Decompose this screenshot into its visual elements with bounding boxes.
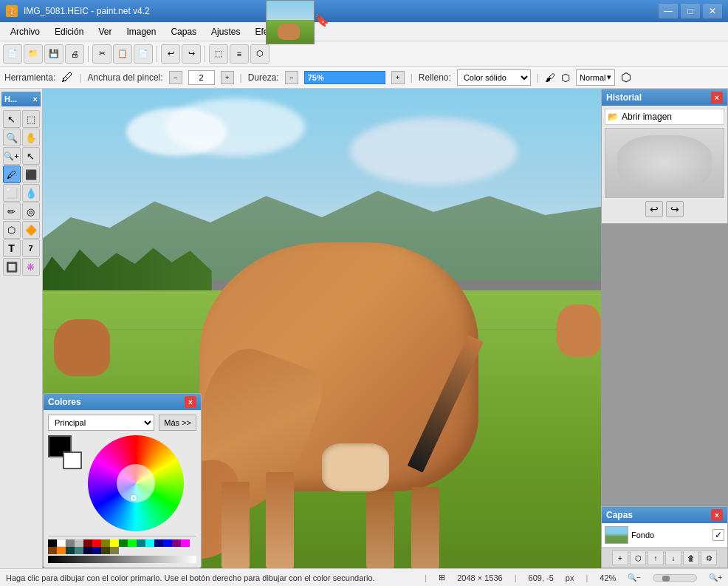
- rect-select-btn[interactable]: ⬚: [22, 110, 40, 128]
- swatch-yellow[interactable]: [110, 539, 119, 547]
- pencil-btn[interactable]: ✏: [3, 202, 21, 220]
- hardness-bar[interactable]: 75%: [304, 71, 385, 84]
- swatch-dark-teal[interactable]: [66, 547, 75, 554]
- layer-down-btn[interactable]: ↓: [665, 551, 681, 565]
- history-undo-btn[interactable]: ↩: [645, 201, 663, 217]
- gradient-swatch-row[interactable]: [48, 556, 196, 563]
- history-close-button[interactable]: ×: [711, 92, 723, 103]
- swatch-silver[interactable]: [75, 539, 83, 547]
- close-button[interactable]: ✕: [703, 4, 722, 18]
- move-btn[interactable]: ↖: [22, 147, 40, 165]
- swatch-purple[interactable]: [172, 539, 181, 547]
- brush-width-minus[interactable]: −: [169, 71, 182, 84]
- zoom-slider[interactable]: [653, 574, 697, 582]
- add-layer-btn[interactable]: +: [612, 551, 628, 565]
- menu-capas[interactable]: Capas: [163, 24, 204, 39]
- swatch-lime[interactable]: [128, 539, 137, 547]
- colors-close-button[interactable]: ×: [185, 396, 196, 408]
- redo-button[interactable]: ↪: [182, 44, 201, 64]
- menu-ver[interactable]: Ver: [91, 24, 119, 39]
- toolbox-close[interactable]: ×: [33, 95, 38, 103]
- picker-btn[interactable]: 💧: [22, 184, 40, 202]
- layer-item-fondo[interactable]: Fondo ✓: [602, 523, 727, 548]
- swatch-cyan[interactable]: [145, 539, 154, 547]
- swatch-medium-teal[interactable]: [75, 547, 83, 554]
- colors-title: Colores: [48, 397, 81, 407]
- swatch-navy2[interactable]: [92, 547, 101, 554]
- colors-panel: Colores × Principal Más >>: [43, 393, 202, 568]
- crop-button[interactable]: ⬚: [209, 44, 228, 64]
- swatch-olive[interactable]: [101, 539, 110, 547]
- layer-props-btn[interactable]: ⚙: [701, 551, 717, 565]
- swatch-green[interactable]: [119, 539, 128, 547]
- blend-mode-button[interactable]: Normal ▾: [576, 69, 615, 86]
- hardness-minus[interactable]: −: [285, 71, 298, 84]
- clone-btn[interactable]: ◎: [22, 202, 40, 220]
- hardness-plus[interactable]: +: [391, 71, 405, 84]
- swatch-orange[interactable]: [57, 547, 66, 554]
- shape2-btn[interactable]: 🔲: [3, 258, 21, 276]
- brush-width-plus[interactable]: +: [221, 71, 234, 84]
- cow-leg-fr: [266, 472, 294, 568]
- undo-button[interactable]: ↩: [161, 44, 180, 64]
- swatch-dark-olive[interactable]: [101, 547, 110, 554]
- menu-imagen[interactable]: Imagen: [119, 24, 163, 39]
- eraser-btn[interactable]: ⬜: [3, 184, 21, 202]
- swatch-maroon[interactable]: [83, 539, 92, 547]
- deform-button[interactable]: ⬡: [250, 44, 269, 64]
- recolor-btn[interactable]: ⬡: [3, 221, 21, 239]
- swatch-navy[interactable]: [154, 539, 163, 547]
- swatch-gray[interactable]: [66, 539, 75, 547]
- colors-more-button[interactable]: Más >>: [159, 415, 196, 431]
- swatch-light-olive[interactable]: [110, 547, 119, 554]
- brush-width-input[interactable]: [188, 70, 215, 85]
- swatch-black[interactable]: [48, 539, 57, 547]
- select-tool-btn[interactable]: ↖: [3, 110, 21, 128]
- zoom-btn[interactable]: 🔍: [3, 129, 21, 146]
- copy-button[interactable]: 📋: [113, 44, 132, 64]
- selection-btn[interactable]: ❋: [22, 258, 40, 276]
- fill-dropdown[interactable]: Color sólido: [457, 69, 531, 86]
- swatch-white[interactable]: [57, 539, 66, 547]
- zoom-in-btn[interactable]: 🔍+: [709, 573, 722, 582]
- zoom-in-btn[interactable]: 🔍+: [3, 147, 21, 165]
- color-boxes: [48, 435, 82, 469]
- gradient-btn[interactable]: 🔶: [22, 221, 40, 239]
- open-button[interactable]: 📁: [24, 44, 43, 64]
- fill-btn[interactable]: ⬛: [22, 166, 40, 183]
- swatch-blue[interactable]: [163, 539, 172, 547]
- maximize-button[interactable]: □: [681, 4, 700, 18]
- options-sep-1: |: [79, 72, 81, 83]
- color-wheel-container[interactable]: [88, 435, 184, 531]
- history-item-open[interactable]: 📂 Abrir imagen: [605, 109, 724, 125]
- brush-btn[interactable]: 🖊: [3, 166, 21, 183]
- shapes-btn[interactable]: 7: [22, 239, 40, 257]
- zoom-out-btn[interactable]: 🔍−: [628, 573, 641, 582]
- menu-archivo[interactable]: Archivo: [3, 24, 47, 39]
- menu-ajustes[interactable]: Ajustes: [204, 24, 247, 39]
- delete-layer-btn[interactable]: 🗑: [683, 551, 699, 565]
- history-redo-btn[interactable]: ↪: [666, 201, 684, 217]
- swatch-dark-navy[interactable]: [83, 547, 92, 554]
- colors-mode-dropdown[interactable]: Principal: [48, 415, 154, 431]
- menu-edicion[interactable]: Edición: [47, 24, 91, 39]
- text-btn[interactable]: T: [3, 239, 21, 257]
- minimize-button[interactable]: —: [659, 4, 678, 18]
- print-button[interactable]: 🖨: [65, 44, 84, 64]
- save-button[interactable]: 💾: [44, 44, 63, 64]
- swatch-magenta[interactable]: [181, 539, 190, 547]
- resize-button[interactable]: ≡: [230, 44, 249, 64]
- new-button[interactable]: 📄: [3, 44, 22, 64]
- secondary-color-box[interactable]: [63, 452, 82, 469]
- cut-button[interactable]: ✂: [92, 44, 111, 64]
- pan-btn[interactable]: ✋: [22, 129, 40, 146]
- swatch-red[interactable]: [92, 539, 101, 547]
- layer-visibility-check[interactable]: ✓: [712, 529, 724, 541]
- swatch-brown[interactable]: [48, 547, 57, 554]
- swatch-teal[interactable]: [137, 539, 145, 547]
- color-wheel[interactable]: [88, 435, 184, 531]
- duplicate-layer-btn[interactable]: ⬡: [630, 551, 646, 565]
- layers-close-button[interactable]: ×: [711, 509, 723, 521]
- layer-up-btn[interactable]: ↑: [648, 551, 664, 565]
- paste-button[interactable]: 📄: [134, 44, 153, 64]
